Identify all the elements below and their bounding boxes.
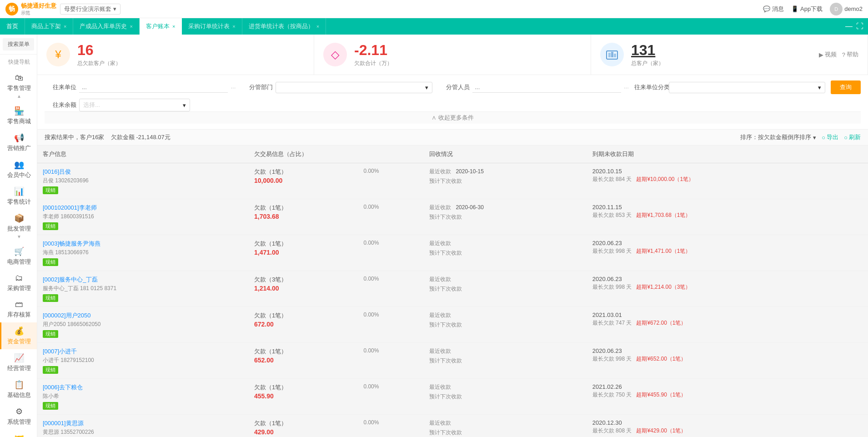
overdue-days: 最长欠款 998 天 超期¥652.00（1笔） xyxy=(592,355,863,363)
sidebar-item-retail-stat[interactable]: 📊 零售统计 xyxy=(0,183,37,210)
overdue-link[interactable]: 超期¥10,000.00（1笔） xyxy=(636,176,694,182)
top-bar: 畅 畅捷通好生意 示范 母婴行业演示账套 ▾ 💬 消息 📱 App下载 D de… xyxy=(0,0,868,18)
overdue-link[interactable]: 超期¥672.00（1笔） xyxy=(636,320,686,326)
debt-amount[interactable]: 1,471.00 xyxy=(254,249,352,256)
tab-product-off[interactable]: 商品上下架 × xyxy=(25,18,73,35)
refresh-btn[interactable]: ○ 刷新 xyxy=(844,133,861,141)
debt-amount[interactable]: 429.00 xyxy=(254,428,352,436)
overdue-link[interactable]: 超期¥1,214.00（3笔） xyxy=(636,284,691,290)
sidebar-item-ecom[interactable]: 🛒 电商管理 xyxy=(0,243,37,270)
table-row: [0016]吕俊 吕俊 13026203696 现销 欠款（1笔） 10,000… xyxy=(37,163,868,199)
query-button[interactable]: 查询 xyxy=(831,80,861,94)
close-icon[interactable]: × xyxy=(64,24,66,29)
debt-amount[interactable]: 455.90 xyxy=(254,392,352,400)
sidebar-item-system[interactable]: ⚙ 系统管理 xyxy=(0,403,37,430)
debt-count: 欠款（1笔） xyxy=(254,204,352,212)
close-icon[interactable]: × xyxy=(172,24,175,29)
person-input[interactable] xyxy=(472,82,621,93)
debt-info-cell: 欠款（1笔） 429.00 xyxy=(249,415,358,437)
sidebar-item-batch-manage[interactable]: 📦 批发管理 ▼ xyxy=(0,210,37,243)
sidebar-item-retail-mall[interactable]: 🏪 零售商城 xyxy=(0,102,37,129)
tab-purchase-order[interactable]: 采购订单统计表 × xyxy=(182,18,242,35)
unit-class-select[interactable]: ▾ xyxy=(669,82,825,93)
from-unit-input[interactable] xyxy=(79,82,228,93)
debt-amount[interactable]: 1,703.68 xyxy=(254,213,352,220)
collapse-bar[interactable]: ∧ 收起更多条件 xyxy=(45,111,861,124)
sidebar-item-marketing[interactable]: 📢 营销推广 xyxy=(0,129,37,156)
balance-select[interactable]: 选择... ▾ xyxy=(79,99,190,111)
sidebar-item-operation[interactable]: 📈 经营管理 xyxy=(0,349,37,376)
tab-product-history[interactable]: 产成品入库单历史 × xyxy=(73,18,139,35)
debt-pct: 0.00% xyxy=(363,276,418,282)
latest-collect-label: 最近收款 xyxy=(429,347,581,355)
chevron-down-icon: ▾ xyxy=(183,102,186,109)
debt-count: 欠款（1笔） xyxy=(254,347,352,356)
sidebar-item-capital[interactable]: 💰 资金管理 xyxy=(0,322,37,349)
sidebar-item-retail-manage[interactable]: 🛍 零售管理 ▲ xyxy=(0,70,37,102)
close-icon[interactable]: × xyxy=(130,24,132,29)
top-bar-left: 畅 畅捷通好生意 示范 母婴行业演示账套 ▾ xyxy=(5,2,120,16)
sort-btn[interactable]: 排序：按欠款金额倒序排序 ▾ xyxy=(740,133,816,141)
customer-tag: 现销 xyxy=(43,294,58,302)
overdue-cell: 2020.12.30 最长欠款 808 天 超期¥429.00（1笔） xyxy=(587,415,868,437)
debt-amount[interactable]: 652.00 xyxy=(254,357,352,364)
customer-name[interactable]: [000001]黄思源 xyxy=(43,419,243,427)
overdue-link[interactable]: 超期¥652.00（1笔） xyxy=(636,356,686,362)
customer-name[interactable]: [0006]去下粮仓 xyxy=(43,383,243,392)
tab-purchase-stat[interactable]: 进货单统计表（按商品） × xyxy=(242,18,326,35)
customer-name[interactable]: [0002]服务中心_丁磊 xyxy=(43,276,243,284)
tab-home[interactable]: 首页 xyxy=(0,18,25,35)
col-debt-info: 欠交易信息（占比） xyxy=(249,146,424,163)
customer-name[interactable]: [000002]用户2050 xyxy=(43,311,243,320)
person-dots[interactable]: ··· xyxy=(624,84,629,91)
top-bar-right: 💬 消息 📱 App下载 D demo2 xyxy=(763,3,863,15)
help-btn[interactable]: ? 帮助 xyxy=(842,50,858,59)
app-download-btn[interactable]: 📱 App下载 xyxy=(791,5,823,13)
collect-cell: 最近收款 预计下次收款 xyxy=(424,307,587,343)
user-menu-btn[interactable]: D demo2 xyxy=(830,3,863,15)
export-btn[interactable]: ○ 导出 xyxy=(822,133,838,141)
sidebar-item-basic[interactable]: 📋 基础信息 xyxy=(0,376,37,403)
overdue-link[interactable]: 超期¥429.00（1笔） xyxy=(636,427,686,434)
overdue-link[interactable]: 超期¥1,703.68（1笔） xyxy=(636,212,691,218)
customer-name[interactable]: [0003]畅捷服务尹海燕 xyxy=(43,240,243,248)
overdue-date: 2020.06.23 xyxy=(592,240,863,246)
sidebar-item-purchase[interactable]: 🗂 采购管理 xyxy=(0,270,37,296)
customer-name[interactable]: [0007]小进千 xyxy=(43,347,243,356)
sidebar-item-member[interactable]: 👥 会员中心 xyxy=(0,156,37,183)
help-icon: ? xyxy=(842,51,845,58)
dept-select[interactable]: ▾ xyxy=(276,82,432,93)
debt-amount[interactable]: 10,000.00 xyxy=(254,177,352,184)
customer-tag: 现销 xyxy=(43,330,58,338)
latest-collect-label: 最近收款 xyxy=(429,240,581,247)
close-icon[interactable]: × xyxy=(232,24,235,29)
overdue-link[interactable]: 超期¥455.90（1笔） xyxy=(636,392,686,398)
sidebar-search-btn[interactable]: 搜索菜单 xyxy=(3,38,34,50)
overdue-link[interactable]: 超期¥1,471.00（1笔） xyxy=(636,248,691,254)
logo-icon: 畅 xyxy=(5,3,18,15)
latest-collect-label: 最近收款 xyxy=(429,311,581,319)
tab-customer-account[interactable]: 客户账本 × xyxy=(140,18,182,35)
operation-icon: 📈 xyxy=(14,353,24,363)
customer-info-cell: [000002]用户2050 用户2050 18665062050 现销 xyxy=(37,307,249,343)
debt-info-cell: 欠款（3笔） 1,214.00 xyxy=(249,271,358,307)
maximize-icon[interactable]: ⛶ xyxy=(856,22,863,30)
inventory-icon: 🗃 xyxy=(15,300,23,309)
debt-amount[interactable]: 672.00 xyxy=(254,321,352,328)
message-btn[interactable]: 💬 消息 xyxy=(763,5,784,13)
customer-name[interactable]: [0016]吕俊 xyxy=(43,168,243,176)
from-unit-dots[interactable]: ··· xyxy=(231,84,236,91)
video-btn[interactable]: ▶ 视频 xyxy=(819,50,837,59)
customer-name[interactable]: [0001020001]李老师 xyxy=(43,204,243,212)
close-icon[interactable]: × xyxy=(316,24,319,29)
next-collect: 预计下次收款 xyxy=(429,249,581,257)
debt-total-label: 欠款合计（万） xyxy=(354,60,392,67)
debt-pct-cell: 0.00% xyxy=(358,415,424,437)
minimize-icon[interactable]: — xyxy=(845,22,853,30)
debt-amount[interactable]: 1,214.00 xyxy=(254,285,352,292)
sidebar-item-inventory[interactable]: 🗃 库存核算 xyxy=(0,296,37,322)
store-selector[interactable]: 母婴行业演示账套 ▾ xyxy=(60,4,120,15)
table-scroll[interactable]: 客户信息 欠交易信息（占比） 回收情况 到期未收款日期 [0016]吕俊 吕俊 … xyxy=(37,146,868,437)
filter-dept: 分管部门 ▾ xyxy=(241,82,432,93)
sidebar-item-corp-coop[interactable]: 🤝 企业协同 xyxy=(0,430,37,437)
